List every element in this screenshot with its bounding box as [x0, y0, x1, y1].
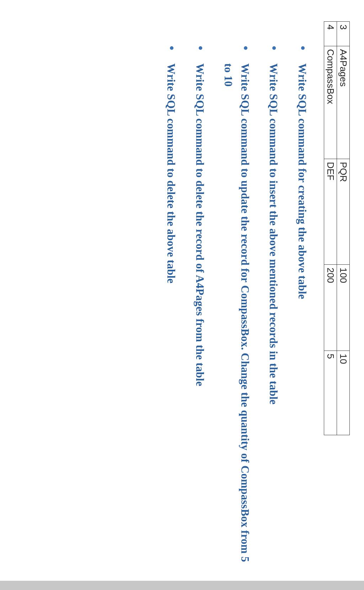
cell-num1: 100 — [337, 265, 350, 351]
cell-code: DEF — [324, 159, 337, 265]
page-content: 3 A4Pages PQR 100 10 4 CompassBox DEF 20… — [0, 0, 364, 590]
cell-num1: 200 — [324, 265, 337, 351]
question-list: Write SQL command for creating the above… — [163, 21, 310, 569]
table-row: 4 CompassBox DEF 200 5 — [324, 22, 337, 435]
cell-id: 4 — [324, 22, 337, 46]
data-table: 3 A4Pages PQR 100 10 4 CompassBox DEF 20… — [324, 21, 350, 435]
list-item: Write SQL command to delete the record o… — [192, 46, 208, 569]
list-item: Write SQL command to update the record f… — [220, 46, 253, 569]
cell-name: A4Pages — [337, 46, 350, 159]
cell-code: PQR — [337, 159, 350, 265]
cell-num2: 5 — [324, 351, 337, 435]
list-item: Write SQL command to delete the above ta… — [163, 46, 180, 569]
list-item: Write SQL command for creating the above… — [294, 46, 311, 569]
list-item: Write SQL command to insert the above me… — [265, 46, 282, 569]
cell-name: CompassBox — [324, 46, 337, 159]
cell-id: 3 — [337, 22, 350, 46]
table-row: 3 A4Pages PQR 100 10 — [337, 22, 350, 435]
cell-num2: 10 — [337, 351, 350, 435]
